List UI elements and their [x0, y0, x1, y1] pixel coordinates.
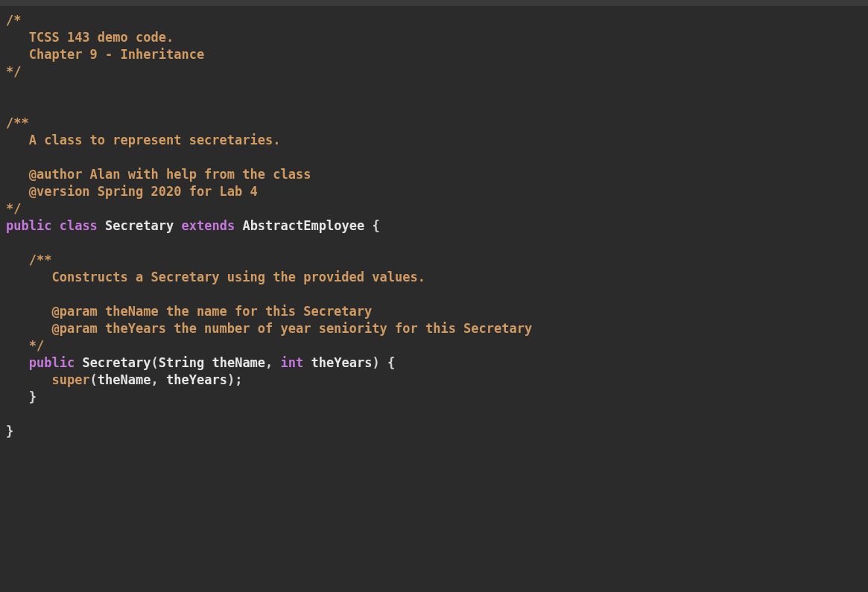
- code-line: }: [6, 389, 37, 404]
- code-line: }: [6, 424, 13, 439]
- code-token: @param theName the name for this Secreta…: [51, 304, 372, 319]
- code-line: public Secretary(String theName, int the…: [6, 355, 395, 370]
- code-token: */: [6, 201, 21, 216]
- code-token: ) {: [372, 355, 395, 370]
- code-line: @version Spring 2020 for Lab 4: [6, 184, 258, 199]
- code-token: /*: [6, 13, 21, 28]
- code-token: @author Alan with help from the class: [29, 167, 311, 182]
- code-token: [364, 218, 372, 233]
- code-token: (: [90, 372, 98, 387]
- code-token: */: [6, 64, 21, 79]
- code-line: Chapter 9 - Inheritance: [6, 47, 204, 62]
- code-token: String: [159, 355, 204, 370]
- code-line: */: [6, 338, 44, 353]
- code-token: [75, 355, 82, 370]
- code-token: */: [29, 338, 44, 353]
- code-line: super(theName, theYears);: [6, 372, 242, 387]
- code-content: /* TCSS 143 demo code. Chapter 9 - Inher…: [6, 12, 862, 440]
- code-token: extends: [181, 218, 235, 233]
- code-editor[interactable]: /* TCSS 143 demo code. Chapter 9 - Inher…: [0, 0, 868, 592]
- code-line: */: [6, 64, 21, 79]
- code-token: [204, 355, 212, 370]
- code-line: /**: [6, 252, 51, 267]
- code-token: theName: [98, 372, 151, 387]
- code-token: int: [281, 355, 304, 370]
- code-token: /**: [29, 252, 52, 267]
- code-token: [303, 355, 311, 370]
- code-token: ,: [265, 355, 280, 370]
- code-token: Chapter 9 - Inheritance: [29, 47, 204, 62]
- code-token: TCSS 143 demo code.: [29, 30, 174, 45]
- code-token: public: [6, 218, 51, 233]
- code-token: [235, 218, 242, 233]
- code-line: /*: [6, 13, 21, 28]
- code-line: TCSS 143 demo code.: [6, 30, 174, 45]
- code-token: ,: [151, 372, 166, 387]
- code-token: }: [6, 424, 13, 439]
- code-line: Constructs a Secretary using the provide…: [6, 270, 425, 284]
- code-token: (: [151, 355, 159, 370]
- code-line: A class to represent secretaries.: [6, 133, 280, 147]
- code-token: );: [227, 372, 242, 387]
- code-token: class: [60, 218, 98, 233]
- code-token: {: [372, 218, 379, 233]
- code-token: theName: [212, 355, 265, 370]
- code-line: public class Secretary extends AbstractE…: [6, 218, 380, 233]
- code-token: theYears: [166, 372, 227, 387]
- code-line: /**: [6, 115, 29, 130]
- code-token: @version Spring 2020 for Lab 4: [29, 184, 258, 199]
- code-token: Secretary: [105, 218, 174, 233]
- code-token: super: [51, 372, 89, 387]
- code-token: }: [29, 389, 37, 404]
- code-line: @param theYears the number of year senio…: [6, 321, 532, 336]
- code-token: [174, 218, 181, 233]
- code-token: /**: [6, 115, 29, 130]
- code-line: @param theName the name for this Secreta…: [6, 304, 372, 319]
- code-token: Constructs a Secretary using the provide…: [51, 270, 425, 284]
- code-token: @param theYears the number of year senio…: [51, 321, 532, 336]
- code-token: [98, 218, 105, 233]
- code-token: theYears: [311, 355, 373, 370]
- code-token: A class to represent secretaries.: [29, 133, 281, 147]
- code-token: [51, 218, 59, 233]
- code-token: public: [29, 355, 75, 370]
- code-token: AbstractEmployee: [242, 218, 364, 233]
- code-line: */: [6, 201, 21, 216]
- code-token: Secretary: [82, 355, 151, 370]
- code-line: @author Alan with help from the class: [6, 167, 311, 182]
